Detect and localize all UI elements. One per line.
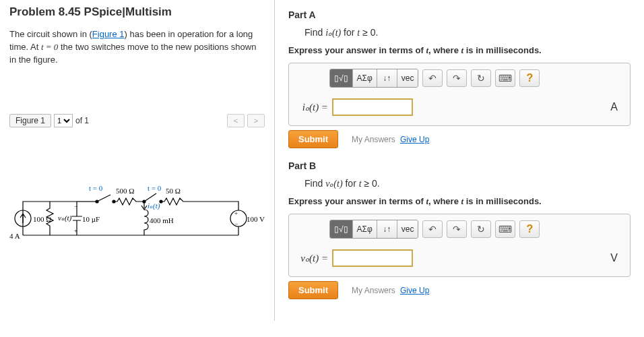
figure-nav: Figure 1 1 of 1 < > [9,114,265,127]
templates-button[interactable]: ▯√▯ [330,220,353,238]
part-a-subprompt: Express your answer in terms of t, where… [288,45,631,56]
submit-button[interactable]: Submit [288,281,338,299]
figure-prev-button[interactable]: < [227,114,245,127]
problem-title: Problem 8.45 PSpice|Multisim [9,5,265,19]
give-up-link[interactable]: Give Up [400,135,429,144]
prompt-text: for t ≥ 0. [341,27,378,38]
part-b-actions: Submit My Answers Give Up [288,281,631,299]
svg-point-1 [96,200,98,203]
undo-button[interactable]: ↶ [422,220,443,238]
label-io: iₒ(t) [148,202,160,210]
answer-input-b[interactable] [332,249,413,267]
label-r500: 500 Ω [116,187,134,195]
subscript-button[interactable]: ↓↑ [377,220,397,238]
desc-text: The circuit shown in ( [9,29,92,39]
keyboard-button[interactable]: ⌨ [495,69,515,87]
answer-input-a[interactable] [332,98,413,116]
label-vsrc: 100 V [247,215,265,223]
unit-b: V [610,252,622,264]
redo-button[interactable]: ↷ [447,69,467,87]
figure-next-button[interactable]: > [247,114,265,127]
figure-link[interactable]: Figure 1 [92,29,125,39]
label-t0-right: t = 0 [148,184,162,192]
vec-button[interactable]: vec [397,69,418,87]
vec-button[interactable]: vec [397,220,418,238]
label-isrc: 4 A [9,232,20,240]
toolbar: ▯√▯ ΑΣφ ↓↑ vec ↶ ↷ ↻ ⌨ ? [289,63,630,93]
label-ind: 400 mH [150,216,174,224]
toolbar: ▯√▯ ΑΣφ ↓↑ vec ↶ ↷ ↻ ⌨ ? [289,214,630,244]
figure-select[interactable]: 1 [54,114,73,127]
circuit-diagram: t = 0 500 Ω t = 0 50 Ω 4 A 100 Ω vₒ(t) 1… [9,161,265,257]
my-answers-label: My Answers [352,135,395,144]
part-a-prompt: Find iₒ(t) for t ≥ 0. [304,27,631,38]
eq-label-a: iₒ(t) = [297,101,328,113]
give-up-link[interactable]: Give Up [400,286,429,295]
part-b-answer-box: ▯√▯ ΑΣφ ↓↑ vec ↶ ↷ ↻ ⌨ ? vₒ(t) = V [288,214,631,277]
label-t0-left: t = 0 [89,184,103,192]
prompt-text: Find [304,178,325,189]
reset-button[interactable]: ↻ [471,69,491,87]
svg-text:−: − [234,220,238,227]
redo-button[interactable]: ↷ [447,220,467,238]
submit-button[interactable]: Submit [288,130,338,148]
label-r50: 50 Ω [166,187,181,195]
svg-text:+: + [74,227,77,234]
part-b-label: Part B [288,160,631,171]
greek-button[interactable]: ΑΣφ [353,69,377,87]
svg-text:−: − [74,203,77,210]
figure-button[interactable]: Figure 1 [9,114,51,127]
prompt-text: Find [304,27,325,38]
label-cap: 10 µF [82,215,100,223]
part-a-label: Part A [288,9,631,20]
problem-description: The circuit shown in (Figure 1) has been… [9,28,265,67]
svg-text:+: + [234,210,238,216]
label-r100: 100 Ω [33,215,51,223]
keyboard-button[interactable]: ⌨ [495,220,515,238]
reset-button[interactable]: ↻ [471,220,491,238]
unit-a: A [610,101,622,113]
subscript-button[interactable]: ↓↑ [377,69,397,87]
svg-point-5 [230,210,247,226]
greek-button[interactable]: ΑΣφ [353,220,377,238]
figure-of-label: of 1 [75,116,89,125]
part-a-answer-box: ▯√▯ ΑΣφ ↓↑ vec ↶ ↷ ↻ ⌨ ? iₒ(t) = A [288,63,631,126]
desc-math: t = 0 [41,42,58,52]
prompt-text: for t ≥ 0. [343,178,380,189]
my-answers-label: My Answers [352,286,395,295]
part-a-actions: Submit My Answers Give Up [288,130,631,148]
prompt-var: vₒ(t) [325,179,342,189]
help-button[interactable]: ? [519,220,540,238]
help-button[interactable]: ? [519,69,540,87]
templates-button[interactable]: ▯√▯ [330,69,353,87]
eq-label-b: vₒ(t) = [297,252,328,264]
undo-button[interactable]: ↶ [422,69,443,87]
prompt-var: iₒ(t) [325,28,341,38]
part-b-subprompt: Express your answer in terms of t, where… [288,196,631,207]
part-b-prompt: Find vₒ(t) for t ≥ 0. [304,178,631,189]
label-vo: vₒ(t) [58,214,72,222]
